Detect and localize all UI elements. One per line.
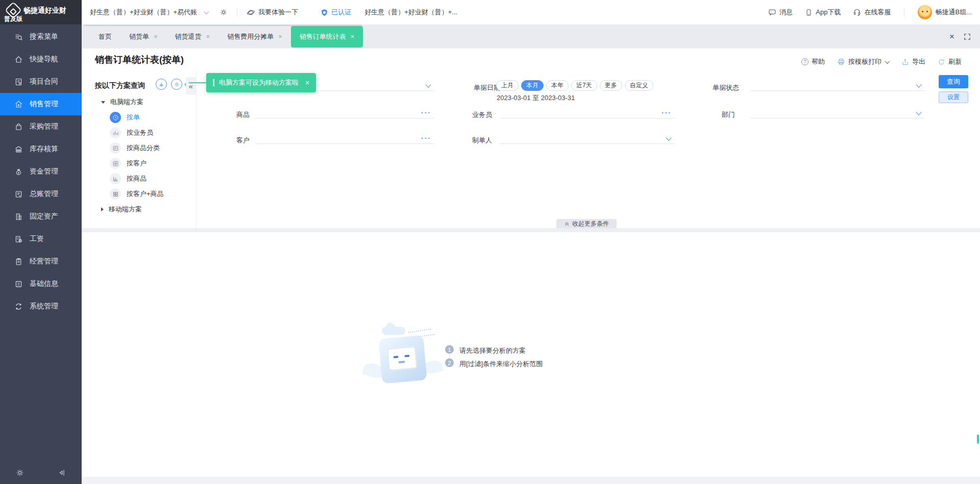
panel-collapse-handle[interactable]: «: [186, 77, 196, 94]
chevron-down-icon[interactable]: [916, 82, 921, 87]
scheme-settings-button[interactable]: [171, 79, 182, 90]
tree-item-by-salesman[interactable]: 按业务员: [82, 125, 195, 140]
tree-item-by-order[interactable]: 按单: [82, 110, 195, 125]
product-selector-chevron[interactable]: [204, 10, 208, 14]
query-button[interactable]: 查询: [939, 75, 968, 88]
sidebar-item-search-menu[interactable]: 搜索菜单: [0, 26, 82, 48]
sidebar-item-payroll[interactable]: 工资: [0, 228, 82, 250]
settings-gear-icon[interactable]: [15, 468, 24, 477]
step-text: 请先选择要分析的方案: [459, 346, 526, 355]
app-download-button[interactable]: App下载: [805, 8, 841, 17]
tab-close-icon[interactable]: ×: [206, 33, 210, 40]
date-option-last-month[interactable]: 上月: [496, 80, 519, 91]
user-menu[interactable]: 畅捷通B组...: [918, 5, 972, 19]
messages-button[interactable]: 消息: [768, 8, 793, 17]
more-options-icon[interactable]: ···: [421, 135, 431, 142]
date-option-this-year[interactable]: 本年: [546, 80, 569, 91]
scheme-panel: 按以下方案查询 + « 电脑端方案 按单: [82, 71, 197, 228]
refresh-icon: [938, 58, 945, 66]
tab-scroll-indicator[interactable]: [84, 25, 362, 26]
tab-home[interactable]: 首页: [90, 26, 120, 47]
topbar-divider: [904, 8, 904, 17]
date-quick-options: 上月 本月 本年 近7天 更多 自定义: [496, 80, 653, 91]
tree-item-by-customer-product[interactable]: 按客户+商品: [82, 186, 195, 202]
add-scheme-button[interactable]: +: [156, 79, 167, 90]
topbar-left-group: 好生意（普）+好业财（普）+易代账 我要体验一下: [82, 0, 457, 25]
topbar-settings-button[interactable]: [219, 8, 228, 16]
tree-item-label: 按单: [127, 113, 140, 122]
clock-icon: [110, 112, 121, 123]
sidebar-item-inventory-accounting[interactable]: 库存核算: [0, 138, 82, 160]
account-summary: 好生意（普）+好业财（普）+...: [364, 8, 457, 17]
settings-button[interactable]: 设置: [939, 91, 968, 103]
product-field[interactable]: ···: [255, 105, 434, 118]
collapse-sidebar-icon[interactable]: [57, 468, 66, 477]
date-option-more[interactable]: 更多: [600, 80, 622, 91]
print-by-template-button[interactable]: 按模板打印: [837, 57, 889, 66]
certified-badge[interactable]: 已认证: [321, 8, 351, 17]
tab-sales-return[interactable]: 销货退货 ×: [166, 26, 219, 47]
tab-sales-order-stats[interactable]: 销售订单统计表 ×: [291, 26, 363, 47]
tree-item-label: 按业务员: [127, 128, 153, 137]
experience-button[interactable]: 我要体验一下: [247, 8, 298, 17]
tooltip-close-icon[interactable]: ×: [305, 79, 309, 87]
chevron-down-icon[interactable]: [916, 109, 921, 115]
tree-group-desktop-schemes[interactable]: 电脑端方案: [82, 94, 195, 110]
tab-close-icon[interactable]: ×: [278, 33, 282, 40]
creator-field[interactable]: [500, 131, 675, 144]
tab-close-icon[interactable]: ×: [351, 33, 355, 40]
close-all-tabs-icon[interactable]: ×: [949, 32, 954, 41]
date-option-last-7-days[interactable]: 近7天: [571, 80, 597, 91]
collapse-filters-bar[interactable]: 收起更多条件: [556, 219, 617, 228]
salesman-label: 业务员: [472, 110, 492, 119]
tab-close-icon[interactable]: ×: [154, 33, 158, 40]
tree-item-by-product[interactable]: 按商品: [82, 171, 195, 186]
sidebar-item-label: 项目合同: [30, 77, 58, 86]
sidebar-item-base-info[interactable]: 基础信息: [0, 273, 82, 295]
tab-label: 销售费用分摊单: [227, 32, 274, 41]
department-field[interactable]: [750, 105, 925, 118]
topbar-divider: [237, 8, 237, 17]
sidebar-item-project-contract[interactable]: 项目合同: [0, 70, 82, 93]
status-field[interactable]: [750, 78, 925, 91]
online-support-button[interactable]: 在线客服: [853, 8, 891, 17]
tree-group-label: 电脑端方案: [110, 98, 143, 107]
refresh-button[interactable]: 刷新: [938, 57, 962, 66]
chevron-down-icon[interactable]: [425, 82, 431, 87]
section-divider: [82, 228, 980, 232]
user-name: 畅捷通B组...: [935, 8, 972, 17]
customer-field[interactable]: ···: [255, 131, 434, 144]
sidebar-item-sales-management[interactable]: 销售管理: [0, 93, 82, 115]
sidebar-item-general-ledger[interactable]: 总账管理: [0, 183, 82, 205]
sidebar-item-operation-management[interactable]: 经营管理: [0, 250, 82, 273]
help-button[interactable]: ? 帮助: [801, 57, 825, 66]
sidebar-item-purchase-management[interactable]: 采购管理: [0, 115, 82, 138]
chevron-down-icon[interactable]: [885, 59, 890, 64]
tab-sales-expense[interactable]: 销售费用分摊单 ×: [218, 26, 291, 47]
sidebar-item-system-management[interactable]: 系统管理: [0, 295, 82, 318]
chevron-down-icon[interactable]: [666, 135, 671, 140]
salesman-field[interactable]: ···: [500, 105, 675, 118]
tree-group-mobile-schemes[interactable]: 移动端方案: [82, 202, 195, 217]
export-button[interactable]: 导出: [901, 57, 925, 66]
more-options-icon[interactable]: ···: [421, 109, 431, 116]
fullscreen-icon[interactable]: [964, 33, 971, 40]
empty-illustration-cloud: [382, 327, 405, 335]
bar-chart-person-icon: [110, 127, 121, 138]
vertical-scrollbar-thumb[interactable]: [977, 434, 979, 444]
category-card-icon: [110, 142, 121, 154]
refresh-label: 刷新: [948, 57, 962, 66]
gear-icon: [219, 8, 228, 16]
sidebar-item-fixed-assets[interactable]: 固定资产: [0, 205, 82, 228]
results-area: 1 请先选择要分析的方案 2 用[过滤]条件来缩小分析范围: [82, 232, 980, 477]
sidebar-item-quick-nav[interactable]: 快捷导航: [0, 48, 82, 70]
product-selector[interactable]: 好生意（普）+好业财（普）+易代账: [90, 8, 197, 17]
tab-sales-order[interactable]: 销货单 ×: [120, 26, 166, 47]
tree-item-by-customer[interactable]: 按客户: [82, 156, 195, 171]
date-option-this-month[interactable]: 本月: [521, 80, 544, 91]
tab-bar: 首页 销货单 × 销货退货 × 销售费用分摊单 × 销售订单统计表 × ×: [82, 25, 980, 49]
more-options-icon[interactable]: ···: [662, 109, 672, 116]
tree-item-by-product-category[interactable]: 按商品分类: [82, 140, 195, 156]
sidebar-item-funds-management[interactable]: 资金管理: [0, 160, 82, 183]
date-option-custom[interactable]: 自定义: [625, 80, 653, 91]
